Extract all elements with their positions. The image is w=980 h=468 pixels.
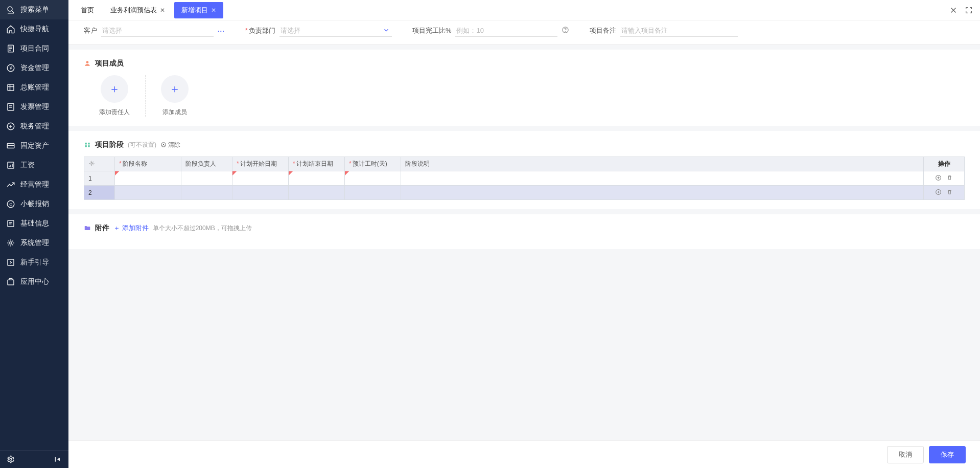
- col-hours: *预计工时(天): [345, 157, 401, 171]
- sidebar-item-salary[interactable]: 工资: [0, 155, 68, 175]
- sidebar-item-search[interactable]: 搜索菜单: [0, 0, 68, 19]
- svg-marker-32: [57, 458, 60, 461]
- more-icon[interactable]: ···: [218, 27, 225, 35]
- cell-end[interactable]: [289, 186, 345, 200]
- tab-profit[interactable]: 业务利润预估表 ✕: [103, 2, 172, 18]
- col-desc: 阶段说明: [401, 157, 924, 171]
- tab-label: 新增项目: [181, 6, 208, 15]
- svg-line-1: [12, 11, 14, 13]
- sidebar-item-label: 项目合同: [20, 44, 49, 53]
- add-attachment-button[interactable]: ＋ 添加附件: [113, 224, 149, 233]
- close-icon[interactable]: ✕: [211, 7, 216, 14]
- add-row-icon[interactable]: [935, 175, 942, 183]
- svg-text:¥: ¥: [9, 66, 12, 71]
- guide-icon: [6, 258, 15, 267]
- sidebar-item-guide[interactable]: 新手引导: [0, 253, 68, 272]
- system-icon: [6, 238, 15, 248]
- tab-home[interactable]: 首页: [74, 2, 101, 18]
- stages-panel: 项目阶段 (可不设置) 清除: [68, 131, 980, 209]
- cell-end[interactable]: [289, 171, 345, 186]
- cell-name[interactable]: [115, 171, 181, 186]
- asset-icon: [6, 141, 15, 150]
- col-name: *阶段名称: [115, 157, 181, 171]
- remark-input[interactable]: [620, 25, 738, 37]
- field-remark: 项目备注: [590, 25, 738, 37]
- help-icon[interactable]: [562, 26, 569, 35]
- cell-desc[interactable]: [401, 186, 924, 200]
- close-panel-icon[interactable]: [947, 4, 960, 16]
- ledger-icon: [6, 83, 15, 92]
- tab-label: 业务利润预估表: [110, 6, 157, 15]
- completion-input[interactable]: [455, 25, 557, 37]
- cell-owner[interactable]: [181, 171, 232, 186]
- footer-bar: 取消 保存: [68, 440, 980, 468]
- add-row-icon[interactable]: [935, 190, 942, 197]
- add-owner-button[interactable]: ＋ 添加责任人: [84, 75, 145, 117]
- invoice-icon: [6, 102, 15, 112]
- sidebar-item-label: 基础信息: [20, 219, 49, 228]
- sidebar-item-label: 固定资产: [20, 141, 49, 150]
- sidebar-item-expense[interactable]: C 小畅报销: [0, 194, 68, 214]
- col-settings[interactable]: [84, 157, 115, 171]
- stages-icon: [84, 141, 91, 148]
- tab-new-project[interactable]: 新增项目 ✕: [174, 2, 223, 18]
- cell-owner[interactable]: [181, 186, 232, 200]
- panel-title: 附件: [95, 224, 109, 233]
- close-icon[interactable]: ✕: [160, 7, 165, 14]
- sidebar-item-contract[interactable]: 项目合同: [0, 39, 68, 58]
- sidebar-item-tax[interactable]: 税务管理: [0, 117, 68, 136]
- sidebar-item-asset[interactable]: 固定资产: [0, 136, 68, 155]
- field-completion: 项目完工比%: [412, 25, 570, 37]
- svg-point-27: [10, 242, 12, 244]
- sidebar-item-info[interactable]: 基础信息: [0, 214, 68, 233]
- sidebar-item-invoice[interactable]: 发票管理: [0, 97, 68, 117]
- sidebar-item-nav[interactable]: 快捷导航: [0, 19, 68, 39]
- row-ops: [924, 171, 965, 186]
- department-select[interactable]: [279, 25, 392, 37]
- sidebar-item-apps[interactable]: 应用中心: [0, 272, 68, 292]
- panel-hint: (可不设置): [128, 141, 156, 149]
- form-row: 客户 ··· *负责部门 项目完工比%: [68, 20, 980, 44]
- gear-icon[interactable]: [6, 455, 15, 464]
- folder-icon: [84, 225, 91, 232]
- cell-hours[interactable]: [345, 186, 401, 200]
- table-row[interactable]: 2: [84, 186, 924, 200]
- collapse-icon[interactable]: [53, 455, 62, 464]
- col-owner: 阶段负责人: [181, 157, 232, 171]
- sidebar-item-label: 经营管理: [20, 180, 49, 189]
- content-scroll[interactable]: 客户 ··· *负责部门 项目完工比%: [68, 20, 980, 468]
- sidebar-item-funds[interactable]: ¥ 资金管理: [0, 58, 68, 78]
- add-owner-label: 添加责任人: [99, 108, 130, 117]
- attachments-panel: 附件 ＋ 添加附件 单个大小不超过200MB，可拖拽上传: [68, 214, 980, 249]
- cell-start[interactable]: [232, 186, 289, 200]
- table-row[interactable]: 1: [84, 171, 924, 186]
- sidebar-item-label: 资金管理: [20, 63, 49, 73]
- sidebar-item-label: 搜索菜单: [20, 5, 49, 14]
- add-member-button[interactable]: ＋ 添加成员: [145, 75, 204, 117]
- delete-row-icon[interactable]: [946, 190, 953, 197]
- sidebar-item-ledger[interactable]: 总账管理: [0, 78, 68, 97]
- cell-start[interactable]: [232, 171, 289, 186]
- apps-icon: [6, 277, 15, 286]
- row-number: 1: [84, 171, 115, 186]
- tabs-bar: 首页 业务利润预估表 ✕ 新增项目 ✕: [68, 0, 980, 20]
- cancel-button[interactable]: 取消: [887, 446, 924, 463]
- row-number: 2: [84, 186, 115, 200]
- cell-hours[interactable]: [345, 171, 401, 186]
- clear-button[interactable]: 清除: [160, 141, 180, 149]
- sidebar-item-business[interactable]: 经营管理: [0, 175, 68, 194]
- svg-rect-9: [8, 84, 14, 91]
- delete-row-icon[interactable]: [946, 175, 953, 183]
- row-ops: [924, 186, 965, 200]
- stages-table: *阶段名称 阶段负责人 *计划开始日期 *计划结束日期 *预计工时(天) 阶段说…: [84, 157, 924, 200]
- svg-rect-40: [85, 145, 87, 147]
- customer-select[interactable]: [101, 25, 214, 37]
- sidebar-item-label: 应用中心: [20, 277, 49, 286]
- cell-name[interactable]: [115, 186, 181, 200]
- sidebar-item-system[interactable]: 系统管理: [0, 233, 68, 253]
- svg-rect-31: [55, 457, 56, 461]
- fullscreen-icon[interactable]: [963, 4, 975, 16]
- save-button[interactable]: 保存: [929, 446, 966, 463]
- sidebar-item-label: 小畅报销: [20, 199, 49, 209]
- cell-desc[interactable]: [401, 171, 924, 186]
